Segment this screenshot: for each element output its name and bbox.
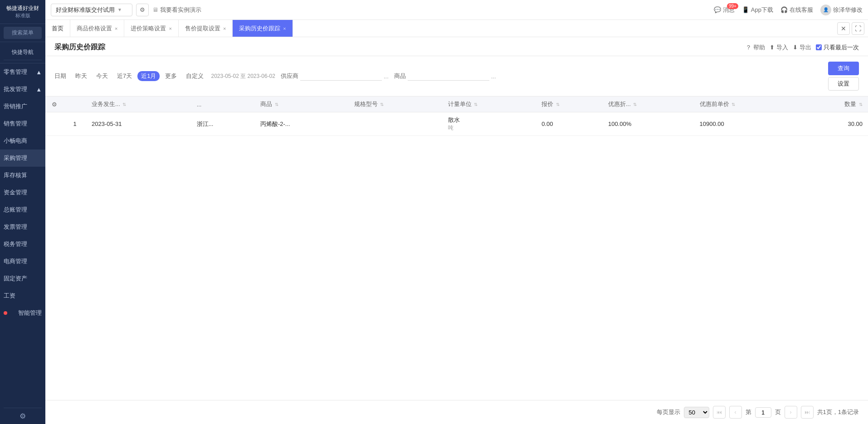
- filter-area: 日期 昨天 今天 近7天 近1月 更多 自定义 2023-05-02 至 202…: [45, 56, 868, 96]
- row-unit-cell: 散水吨: [443, 112, 536, 136]
- sort-icon3: ⇅: [275, 102, 278, 107]
- date-today-button[interactable]: 今天: [93, 71, 112, 81]
- pagination-last-button[interactable]: ⏭: [801, 406, 814, 419]
- only-last-checkbox[interactable]: [816, 44, 822, 50]
- tab-purchase-price-close[interactable]: ×: [169, 26, 171, 31]
- tab-home-label: 首页: [52, 24, 63, 33]
- sidebar-item-tax[interactable]: 税务管理: [0, 236, 45, 253]
- sort-icon6: ⇅: [556, 102, 560, 107]
- sidebar-item-purchase[interactable]: 采购管理: [0, 149, 45, 167]
- pagination-next-button[interactable]: ›: [785, 406, 797, 419]
- quick-nav-button[interactable]: 快捷导航: [4, 45, 42, 60]
- pagination-first-button[interactable]: ⏮: [713, 406, 726, 419]
- page-header-actions: ？ 帮助 ⬆ 导入 ⬇ 导出 只看最后一次: [746, 43, 859, 52]
- app-download-button[interactable]: 📱 App下载: [742, 6, 773, 14]
- sidebar-item-ecommerce[interactable]: 电商管理: [0, 253, 45, 270]
- export-button[interactable]: ⬇ 导出: [793, 43, 811, 52]
- date-7days-button[interactable]: 近7天: [113, 71, 136, 81]
- tab-purchase-price[interactable]: 进价策略设置 ×: [124, 20, 178, 37]
- headset-icon: 🎧: [780, 6, 788, 13]
- topbar: 好业财标准版交付试用 ▼ ⚙ 🖥 我要看实例演示 💬 消息 99+ 📱 App下…: [45, 0, 868, 20]
- filter-row: 日期 昨天 今天 近7天 近1月 更多 自定义 2023-05-02 至 202…: [54, 62, 859, 91]
- tab-home[interactable]: 首页: [45, 20, 70, 37]
- tab-purchase-history-close[interactable]: ×: [283, 26, 286, 31]
- supplier-more-button[interactable]: ...: [384, 73, 389, 80]
- sidebar-item-assets[interactable]: 固定资产: [0, 270, 45, 287]
- pagination-total-info: 共1页，1条记录: [817, 408, 859, 416]
- col-quantity-header[interactable]: 数量 ⇅: [801, 96, 868, 112]
- sidebar-item-inventory[interactable]: 库存核算: [0, 167, 45, 184]
- only-last-label[interactable]: 只看最后一次: [824, 43, 859, 52]
- tab-maximize-button[interactable]: ⛶: [852, 22, 864, 35]
- sidebar-item-wholesale[interactable]: 批发管理 ▲: [0, 81, 45, 98]
- supplier-input[interactable]: [300, 72, 382, 81]
- sort-icon4: ⇅: [380, 102, 384, 107]
- sidebar-item-ecommerce-small[interactable]: 小畅电商: [0, 132, 45, 149]
- tab-sale-price-label: 售价提取设置: [185, 24, 220, 33]
- monitor-icon: 🖥: [152, 6, 158, 13]
- col-extra-header[interactable]: ...: [191, 96, 255, 112]
- row-supplier-cell: 浙江...: [191, 112, 255, 136]
- chevron-down-icon: ▼: [117, 7, 122, 12]
- topbar-settings-button[interactable]: ⚙: [136, 4, 149, 16]
- date-options: 昨天 今天 近7天 近1月 更多 自定义 2023-05-02 至 2023-0…: [72, 71, 275, 81]
- sidebar-item-sales[interactable]: 销售管理: [0, 115, 45, 132]
- goods-filter: 商品 ...: [394, 72, 496, 81]
- date-1month-button[interactable]: 近1月: [137, 71, 160, 81]
- date-more-button[interactable]: 更多: [161, 71, 180, 81]
- import-button[interactable]: ⬆ 导入: [770, 43, 788, 52]
- sidebar-item-salary[interactable]: 工资: [0, 287, 45, 304]
- row-quantity-cell: 30.00: [801, 112, 868, 136]
- tab-goods-price-close[interactable]: ×: [115, 26, 117, 31]
- col-pre-discount-header[interactable]: 优惠前单价 ⇅: [694, 96, 802, 112]
- demo-button[interactable]: 🖥 我要看实例演示: [152, 6, 201, 14]
- goods-more-button[interactable]: ...: [491, 73, 496, 80]
- col-unit-header[interactable]: 计量单位 ⇅: [443, 96, 536, 112]
- col-goods-header[interactable]: 商品 ⇅: [255, 96, 349, 112]
- message-badge: 99+: [727, 3, 738, 9]
- search-menu-button[interactable]: 搜索菜单: [4, 27, 42, 39]
- sidebar-item-intelligent[interactable]: 智能管理: [0, 304, 45, 322]
- sort-icon5: ⇅: [474, 102, 478, 107]
- tab-sale-price[interactable]: 售价提取设置 ×: [179, 20, 233, 37]
- pagination-page-input[interactable]: [755, 407, 771, 418]
- column-settings-icon[interactable]: ⚙: [52, 101, 57, 108]
- col-spec-header[interactable]: 规格型号 ⇅: [349, 96, 443, 112]
- pagination-prev-button[interactable]: ‹: [729, 406, 742, 419]
- row-index-cell: 1: [63, 112, 86, 136]
- goods-input[interactable]: [408, 72, 489, 81]
- sidebar-item-retail[interactable]: 零售管理 ▲: [0, 63, 45, 81]
- red-dot-icon: [4, 311, 7, 315]
- tab-purchase-history[interactable]: 采购历史价跟踪 ×: [233, 20, 293, 37]
- message-button[interactable]: 💬 消息 99+: [714, 6, 735, 14]
- sidebar-logo: 畅捷通好业财 标准版: [0, 0, 45, 24]
- user-menu-button[interactable]: 👤 徐泽华修改: [820, 5, 863, 15]
- col-price-header[interactable]: 报价 ⇅: [536, 96, 603, 112]
- row-discount-cell: 100.00%: [603, 112, 694, 136]
- col-settings-header: ⚙: [45, 96, 63, 112]
- query-button[interactable]: 查询: [828, 62, 859, 75]
- col-discount-header[interactable]: 优惠折... ⇅: [603, 96, 694, 112]
- online-service-button[interactable]: 🎧 在线客服: [780, 6, 813, 14]
- tab-close-window-button[interactable]: ✕: [837, 22, 850, 35]
- tab-sale-price-close[interactable]: ×: [223, 26, 226, 31]
- tab-goods-price[interactable]: 商品价格设置 ×: [70, 20, 124, 37]
- sidebar-item-finance[interactable]: 资金管理: [0, 184, 45, 201]
- date-yesterday-button[interactable]: 昨天: [72, 71, 91, 81]
- version-selector[interactable]: 好业财标准版交付试用 ▼: [51, 4, 132, 16]
- filter-settings-button[interactable]: 设置: [828, 77, 859, 91]
- sidebar-item-ledger[interactable]: 总账管理: [0, 201, 45, 218]
- tabs-actions: ✕ ⛶: [837, 22, 868, 35]
- row-settings-cell: [45, 112, 63, 136]
- data-table: ⚙ 业务发生... ⇅ ... 商品 ⇅ 规格型号: [45, 96, 868, 136]
- sidebar-item-invoice[interactable]: 发票管理: [0, 218, 45, 236]
- help-button[interactable]: ？ 帮助: [746, 43, 765, 52]
- supplier-filter: 供应商 ...: [281, 72, 389, 81]
- per-page-select[interactable]: 50 10 20 100: [684, 407, 709, 418]
- table-row: 1 2023-05-31 浙江... 丙烯酸-2-... 散水吨 0.00 10…: [45, 112, 868, 136]
- col-date-header[interactable]: 业务发生... ⇅: [86, 96, 191, 112]
- settings-icon[interactable]: ⚙: [20, 412, 26, 420]
- sidebar-item-marketing[interactable]: 营销推广: [0, 98, 45, 115]
- date-custom-button[interactable]: 自定义: [182, 71, 207, 81]
- row-spec-cell: [349, 112, 443, 136]
